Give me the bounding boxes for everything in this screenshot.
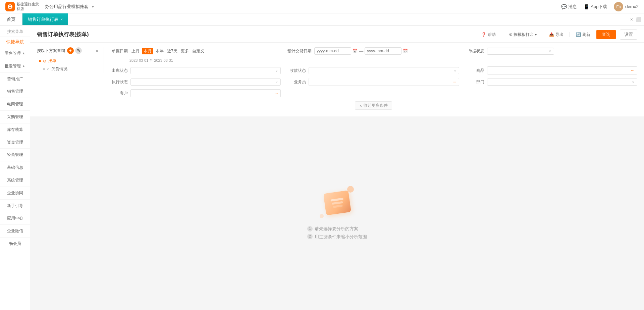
delivery-status-label: 出库状态 (109, 68, 128, 73)
collapse-row: ∧ 收起更多条件 (109, 99, 637, 112)
date-tab-custom[interactable]: 自定义 (191, 48, 205, 54)
debt-circle-icon: ○ (47, 67, 49, 71)
sidebar-item-ecommerce[interactable]: 电商管理 (0, 98, 30, 111)
wholesale-arrow-icon: ▲ (22, 64, 25, 68)
sidebar-item-operation[interactable]: 经营管理 (0, 149, 30, 161)
sidebar-item-finance[interactable]: 资金管理 (0, 136, 30, 149)
goods-label: 商品 (466, 68, 484, 73)
department-chevron-icon: ∨ (632, 80, 634, 84)
department-select[interactable]: ∨ (487, 79, 637, 86)
sidebar-search[interactable]: 搜索菜单 (0, 25, 30, 37)
scheme-item-btn-list[interactable]: ⊙ 按单 (37, 57, 98, 65)
scheme-add-btn[interactable]: + (67, 47, 74, 54)
filter-payment-status: 收款状态 ∨ (287, 66, 459, 74)
filter-department: 部门 ∨ (466, 78, 637, 86)
collapse-arrow-icon: ∧ (359, 103, 362, 108)
delivery-chevron-icon: ∨ (275, 69, 278, 72)
scheme-edit-btn[interactable]: ✎ (75, 47, 82, 54)
sidebar-item-retail[interactable]: 零售管理 ▲ (0, 47, 30, 60)
refresh-btn[interactable]: 🔄 刷新 (574, 31, 592, 39)
content-area: 销售订单执行表(按单) ❓ 帮助 🖨 按模板打印 ▾ 📤 导出 (30, 25, 644, 310)
filter-expected-delivery: 预计交货日期 📅 — 📅 (287, 47, 459, 55)
app-title: 办公用品行业模拟账套 (45, 4, 89, 10)
execution-status-control: ∨ (130, 79, 281, 86)
sidebar-item-basic[interactable]: 基础信息 (0, 161, 30, 174)
logo-area[interactable]: 畅捷通好生意 标版 (5, 2, 39, 11)
date-tab-7days[interactable]: 近7天 (166, 48, 178, 54)
salesperson-more-icon[interactable]: ··· (453, 80, 456, 84)
filter-delivery-status: 出库状态 ∨ (109, 66, 281, 74)
sub-dot-icon (43, 68, 45, 70)
filter-row-main: 按以下方案查询 + ✎ « ⊙ 按单 ○ (37, 47, 637, 112)
sidebar-item-marketing[interactable]: 营销推广 (0, 73, 30, 86)
tab-sales-execution[interactable]: 销售订单执行表 × (22, 13, 68, 25)
sidebar-item-system[interactable]: 系统管理 (0, 174, 30, 187)
date-control: 上月 本月 本年 近7天 更多 自定义 (130, 48, 281, 54)
goods-input[interactable]: ··· (487, 66, 637, 74)
customer-input[interactable]: ··· (130, 89, 281, 97)
sidebar-item-wechat[interactable]: 企业微信 (0, 225, 30, 238)
tab-minimize-btn[interactable]: × (630, 17, 633, 22)
tab-bar: 首页 销售订单执行表 × × ⬜ (0, 13, 644, 25)
salesperson-input[interactable]: ··· (309, 78, 459, 86)
help-btn[interactable]: ❓ 帮助 (479, 31, 498, 39)
sidebar-item-newbie[interactable]: 新手引导 (0, 200, 30, 212)
date-tab-more[interactable]: 更多 (180, 48, 190, 54)
order-status-dropdown[interactable]: ∨ (487, 48, 554, 55)
delivery-date-end[interactable] (365, 47, 401, 55)
scheme-header: 按以下方案查询 + ✎ « (37, 47, 98, 54)
sidebar-item-sales[interactable]: 销售管理 (0, 85, 30, 98)
logo-svg (7, 4, 13, 10)
messages-action[interactable]: 💬 消息 (561, 4, 577, 10)
delivery-date-start[interactable] (314, 47, 351, 55)
filter-section: 按以下方案查询 + ✎ « ⊙ 按单 ○ (30, 43, 644, 116)
main-layout: 搜索菜单 快捷导航 零售管理 ▲ 批发管理 ▲ 营销推广 销售管理 电商管理 采… (0, 25, 644, 310)
print-btn[interactable]: 🖨 按模板打印 ▾ (506, 31, 539, 39)
page-header: 销售订单执行表(按单) ❓ 帮助 🖨 按模板打印 ▾ 📤 导出 (30, 25, 644, 43)
logo-icon (5, 2, 15, 11)
date-range-display: 2023-03-01 至 2023-03-31 (129, 58, 637, 63)
sidebar-item-wholesale[interactable]: 批发管理 ▲ (0, 60, 30, 73)
date-tab-last-month[interactable]: 上月 (130, 48, 141, 54)
department-label: 部门 (466, 79, 484, 85)
empty-illustration (317, 186, 357, 219)
top-bar-left: 畅捷通好生意 标版 办公用品行业模拟账套 ▾ (5, 2, 94, 11)
payment-status-control: ∨ (309, 67, 459, 74)
sidebar-item-purchase[interactable]: 采购管理 (0, 111, 30, 123)
payment-chevron-icon: ∨ (454, 69, 456, 72)
filter-goods: 商品 ··· (466, 66, 637, 74)
delivery-status-select[interactable]: ∨ (130, 67, 281, 74)
order-status-chevron: ∨ (549, 49, 551, 53)
sidebar-nav-shortcut[interactable]: 快捷导航 (0, 37, 30, 47)
collapse-more-btn[interactable]: ∧ 收起更多条件 (355, 101, 392, 110)
date-tab-this-year[interactable]: 本年 (155, 48, 165, 54)
refresh-icon: 🔄 (576, 32, 581, 37)
app-download-action[interactable]: 📱 App下载 (584, 4, 607, 10)
date-tab-this-month[interactable]: 本月 (142, 48, 153, 54)
order-status-label: 单据状态 (466, 48, 484, 54)
app-dropdown-icon[interactable]: ▾ (92, 4, 94, 9)
filter-order-status: 单据状态 ∨ (466, 47, 637, 55)
tab-maximize-btn[interactable]: ⬜ (636, 17, 641, 22)
expected-delivery-label: 预计交货日期 (287, 48, 312, 54)
tab-home[interactable]: 首页 (0, 13, 22, 25)
settings-btn[interactable]: 设置 (620, 30, 637, 40)
query-btn[interactable]: 查询 (596, 30, 616, 39)
help-icon: ❓ (481, 32, 486, 37)
payment-status-select[interactable]: ∨ (309, 67, 459, 74)
sidebar-item-inventory[interactable]: 库存核算 (0, 123, 30, 136)
customer-control: ··· (130, 89, 281, 97)
goods-more-icon[interactable]: ··· (631, 68, 634, 73)
sidebar-item-member[interactable]: 畅会员 (0, 238, 30, 250)
export-btn[interactable]: 📤 导出 (547, 31, 566, 39)
sidebar-item-enterprise[interactable]: 企业协同 (0, 187, 30, 200)
customer-more-icon[interactable]: ··· (274, 91, 278, 96)
execution-status-select[interactable]: ∨ (130, 79, 281, 86)
user-name[interactable]: demo2 (625, 4, 639, 9)
user-area[interactable]: Ea demo2 (614, 2, 639, 11)
tab-close-icon[interactable]: × (60, 17, 63, 22)
scheme-collapse-btn[interactable]: « (96, 48, 98, 53)
scheme-sub-item-debt[interactable]: ○ 欠货情况 (37, 65, 98, 73)
sidebar-item-apps[interactable]: 应用中心 (0, 212, 30, 225)
print-dropdown-icon: ▾ (535, 33, 537, 37)
